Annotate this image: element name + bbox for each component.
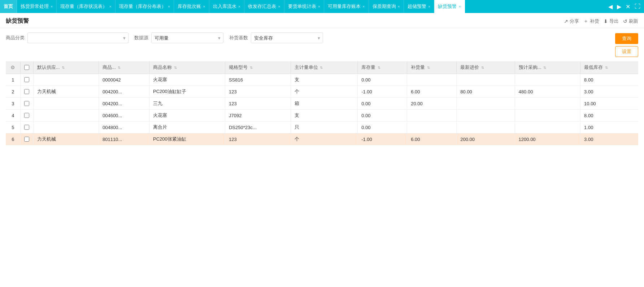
tab-defect-handling-label: 拣货异常处理 [21, 3, 49, 10]
tab-avail-ledger-close[interactable]: × [362, 4, 365, 9]
col-replenish-qty-sort-icon: ⇅ [427, 66, 430, 70]
tab-req-stat[interactable]: 要货单统计表 × [284, 0, 324, 13]
cell-checkbox [20, 86, 33, 98]
cell-checkbox [20, 74, 33, 86]
col-product-name-sort-icon: ⇅ [174, 66, 177, 70]
cell-spec: J7092 [225, 110, 291, 122]
col-product-code[interactable]: 商品... ⇅ [99, 61, 149, 74]
cell-est-purchase [515, 98, 580, 110]
cell-min-stock: 1.00 [580, 122, 638, 133]
page-header: 缺货预警 ↗ 分享 ＋ 补货 ⬇ 导出 ↺ 刷新 [0, 13, 644, 28]
col-min-stock[interactable]: 最低库存 ⇅ [580, 61, 638, 74]
tab-inventory-status-close[interactable]: × [109, 4, 111, 9]
cell-est-purchase [515, 74, 580, 86]
tab-overstock[interactable]: 超储预警 × [404, 0, 434, 13]
col-latest-price[interactable]: 最新进价 ⇅ [457, 61, 515, 74]
col-unit[interactable]: 主计量单位 ⇅ [291, 61, 357, 74]
col-default-supplier[interactable]: 默认供应... ⇅ [33, 61, 99, 74]
tab-home[interactable]: 首页 [0, 0, 17, 13]
table-body: 1 0000042 火花塞 SS816 支 0.00 8.00 2 力天机械 0… [6, 74, 638, 145]
col-spec-sort-icon: ⇅ [250, 66, 253, 70]
row-checkbox[interactable] [24, 77, 29, 82]
cell-row-no: 5 [6, 122, 20, 133]
col-stock[interactable]: 库存量 ⇅ [358, 61, 407, 74]
tab-shortage-close[interactable]: × [458, 4, 461, 9]
nav-close-all-btn[interactable]: ✕ [623, 3, 632, 10]
export-button[interactable]: ⬇ 导出 [604, 18, 619, 25]
row-checkbox-wrapper [24, 77, 30, 82]
settings-button[interactable]: 设置 [615, 46, 638, 57]
col-product-name[interactable]: 商品名称 ⇅ [149, 61, 225, 74]
cell-product-name: 火花塞 [149, 74, 225, 86]
nav-fullscreen-btn[interactable]: ⛶ [632, 3, 643, 10]
column-settings-icon[interactable]: ⚙ [9, 65, 17, 70]
cell-product-name: PC200张紧油缸 [149, 133, 225, 145]
share-button[interactable]: ↗ 分享 [564, 18, 579, 25]
tab-inout-flow-label: 出入库流水 [213, 3, 236, 10]
tab-inventory-status[interactable]: 现存量（库存状况表） × [57, 0, 115, 13]
row-checkbox[interactable] [24, 137, 29, 142]
tab-expiry-query[interactable]: 保质期查询 × [369, 0, 404, 13]
tab-avail-ledger-label: 可用量库存账本 [328, 3, 361, 10]
category-select[interactable] [27, 32, 129, 43]
row-checkbox[interactable] [24, 89, 29, 94]
col-spec[interactable]: 规格型号 ⇅ [225, 61, 291, 74]
header-actions: ↗ 分享 ＋ 补货 ⬇ 导出 ↺ 刷新 [564, 18, 638, 25]
tab-inventory-dist-close[interactable]: × [168, 4, 170, 9]
cell-replenish-qty: 6.00 [407, 86, 457, 98]
select-all-checkbox[interactable] [24, 65, 29, 70]
tab-inout-flow-close[interactable]: × [238, 4, 240, 9]
cell-product-code: 004800... [99, 122, 149, 133]
row-checkbox[interactable] [24, 101, 29, 106]
tab-overstock-close[interactable]: × [428, 4, 430, 9]
nav-prev-btn[interactable]: ◀ [606, 3, 615, 10]
category-label: 商品分类 [6, 35, 25, 41]
col-est-purchase-label: 预计采购... [519, 65, 541, 70]
cell-checkbox [20, 110, 33, 122]
row-checkbox-wrapper [24, 125, 30, 130]
tab-defect-handling-close[interactable]: × [51, 4, 53, 9]
cell-default-supplier [33, 74, 99, 86]
tab-avail-ledger[interactable]: 可用量库存账本 × [324, 0, 369, 13]
cell-stock: 0.00 [358, 98, 407, 110]
cell-stock: -1.00 [358, 133, 407, 145]
cell-default-supplier [33, 98, 99, 110]
col-est-purchase[interactable]: 预计采购... ⇅ [515, 61, 580, 74]
cell-min-stock: 8.00 [580, 110, 638, 122]
query-button[interactable]: 查询 [615, 33, 638, 44]
tab-defect-handling[interactable]: 拣货异常处理 × [17, 0, 57, 13]
tab-inventory-status-label: 现存量（库存状况表） [60, 3, 107, 10]
col-latest-price-sort-icon: ⇅ [481, 66, 484, 70]
row-checkbox-wrapper [24, 137, 30, 142]
row-checkbox[interactable] [24, 125, 29, 130]
cell-unit: 只 [291, 122, 357, 133]
tab-batch-account-close[interactable]: × [203, 4, 205, 9]
tab-inout-flow[interactable]: 出入库流水 × [209, 0, 244, 13]
tab-expiry-query-close[interactable]: × [398, 4, 400, 9]
cell-default-supplier: 力天机械 [33, 133, 99, 145]
tab-shortage[interactable]: 缺货预警 × [434, 0, 465, 13]
share-icon: ↗ [564, 18, 568, 24]
tab-inventory-dist[interactable]: 现存量（库存分布表） × [116, 0, 174, 13]
datasource-label: 数据源 [134, 35, 148, 41]
tab-req-stat-label: 要货单统计表 [288, 3, 316, 10]
cell-product-code: 004200... [99, 86, 149, 98]
row-checkbox[interactable] [24, 113, 29, 118]
data-table-wrapper: ⚙ 默认供应... ⇅ 商品... ⇅ [0, 61, 644, 145]
tab-req-stat-close[interactable]: × [318, 4, 320, 9]
col-min-stock-sort-icon: ⇅ [605, 66, 608, 70]
tab-recv-summary-close[interactable]: × [278, 4, 280, 9]
tab-recv-summary[interactable]: 收发存汇总表 × [244, 0, 284, 13]
replenish-button[interactable]: ＋ 补货 [583, 18, 599, 25]
refresh-button[interactable]: ↺ 刷新 [623, 18, 638, 25]
cell-replenish-qty [407, 110, 457, 122]
replenish-basis-label: 补货基数 [229, 35, 248, 41]
replenish-basis-select[interactable]: 安全库存 [251, 32, 323, 43]
tab-batch-account[interactable]: 库存批次账 × [174, 0, 209, 13]
col-replenish-qty[interactable]: 补货量 ⇅ [407, 61, 457, 74]
cell-est-purchase: 1200.00 [515, 133, 580, 145]
datasource-select-wrapper: 可用量 [151, 32, 223, 43]
tab-home-label: 首页 [4, 3, 13, 10]
datasource-select[interactable]: 可用量 [151, 32, 223, 43]
nav-next-btn[interactable]: ▶ [615, 3, 623, 10]
